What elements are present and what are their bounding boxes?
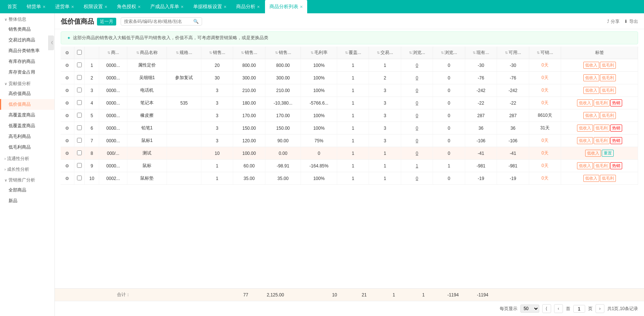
sidebar-item-all-products[interactable]: 全部商品 [0, 185, 54, 196]
close-icon[interactable]: ✕ [224, 5, 227, 9]
settings-cell[interactable]: ⚙ [61, 160, 74, 172]
row-checkbox-cell[interactable] [74, 109, 84, 122]
sidebar-group-overall[interactable]: ∨ 整体信息 [0, 13, 54, 24]
browse1-link[interactable]: 0 [416, 113, 418, 118]
row-checkbox[interactable] [77, 113, 82, 118]
row-browse1[interactable]: 0 [401, 84, 433, 97]
nav-sales-order[interactable]: 销货单 ✕ [22, 0, 50, 13]
close-icon[interactable]: ✕ [71, 5, 74, 9]
row-checkbox-cell[interactable] [74, 84, 84, 97]
sidebar-item-low-margin[interactable]: 低毛利商品 [0, 142, 54, 153]
col-browse2[interactable]: ⇅ 浏览... [433, 47, 465, 59]
col-checkbox[interactable] [74, 47, 84, 59]
col-sale3[interactable]: ⇅ 销售... [265, 47, 301, 59]
settings-cell[interactable]: ⚙ [61, 147, 74, 160]
sidebar-group-circulation[interactable]: › 流通性分析 [0, 153, 54, 163]
row-browse1[interactable]: 0 [401, 172, 433, 185]
sidebar-item-high-value[interactable]: 高价值商品 [0, 88, 54, 99]
row-browse1[interactable]: 0 [401, 135, 433, 147]
col-cover[interactable]: ⇅ 覆盖... [337, 47, 369, 59]
settings-cell[interactable]: ⚙ [61, 84, 74, 97]
settings-cell[interactable]: ⚙ [61, 172, 74, 185]
row-checkbox-cell[interactable] [74, 147, 84, 160]
settings-cell[interactable]: ⚙ [61, 59, 74, 72]
sidebar-item-low-value[interactable]: 低价值商品 [0, 99, 54, 110]
close-icon[interactable]: ✕ [138, 5, 141, 9]
sidebar-item-new-products[interactable]: 新品 [0, 196, 54, 206]
browse1-link[interactable]: 0 [416, 75, 418, 81]
browse1-link[interactable]: 1 [416, 163, 418, 169]
row-checkbox-cell[interactable] [74, 172, 84, 185]
row-checkbox[interactable] [77, 150, 82, 155]
col-code[interactable]: ⇅ 商... [99, 47, 127, 59]
close-icon[interactable]: ✕ [257, 5, 260, 9]
nav-template-settings[interactable]: 单据模板设置 ✕ [189, 0, 231, 13]
settings-cell[interactable]: ⚙ [61, 135, 74, 147]
col-current[interactable]: ⇅ 现有... [465, 47, 497, 59]
nav-home[interactable]: 首页 [3, 0, 21, 13]
next-page-button[interactable]: › [596, 304, 604, 313]
col-available[interactable]: ⇅ 可用... [497, 47, 529, 59]
col-trade[interactable]: ⇅ 交易... [369, 47, 401, 59]
browse1-link[interactable]: 0 [416, 88, 418, 93]
prev-page-button[interactable]: ‹ [554, 304, 563, 313]
sidebar-item-traded-products[interactable]: 交易过的商品 [0, 35, 54, 45]
row-browse1[interactable]: 0 [401, 122, 433, 135]
first-page-button[interactable]: ⟨ [542, 304, 551, 313]
browse1-link[interactable]: 0 [416, 138, 418, 143]
row-checkbox-cell[interactable] [74, 160, 84, 172]
nav-permission[interactable]: 权限设置 ✕ [79, 0, 112, 13]
settings-cell[interactable]: ⚙ [61, 97, 74, 109]
filter-tag-recent-month[interactable]: 近一月 [97, 18, 116, 26]
nav-product-warehouse[interactable]: 产成品入库单 ✕ [146, 0, 188, 13]
row-checkbox-cell[interactable] [74, 135, 84, 147]
row-browse1[interactable]: 0 [401, 109, 433, 122]
sidebar-item-high-coverage[interactable]: 高覆盖度商品 [0, 110, 54, 120]
sidebar-group-growth[interactable]: › 成长性分析 [0, 163, 54, 174]
row-checkbox-cell[interactable] [74, 97, 84, 109]
close-icon[interactable]: ✕ [181, 5, 184, 9]
close-icon[interactable]: ✕ [104, 5, 107, 9]
row-checkbox[interactable] [77, 163, 82, 168]
sidebar-item-high-margin[interactable]: 高毛利商品 [0, 131, 54, 142]
row-browse1[interactable]: 1 [401, 160, 433, 172]
sidebar-item-stock-capital[interactable]: 库存资金占用 [0, 67, 54, 78]
row-checkbox[interactable] [77, 125, 82, 130]
row-browse1[interactable]: 0 [401, 59, 433, 72]
nav-role-auth[interactable]: 角色授权 ✕ [113, 0, 145, 13]
col-spec[interactable]: ⇅ 规格... [167, 47, 201, 59]
sidebar-collapse-button[interactable]: 《 [48, 35, 54, 50]
row-checkbox-cell[interactable] [74, 72, 84, 84]
col-name[interactable]: ⇅ 商品名称 [127, 47, 167, 59]
browse1-link[interactable]: 0 [416, 126, 418, 131]
page-number-input[interactable] [573, 305, 585, 313]
col-browse1[interactable]: ⇅ 浏览... [401, 47, 433, 59]
row-checkbox[interactable] [77, 75, 82, 80]
close-icon[interactable]: ✕ [300, 5, 303, 9]
share-button[interactable]: ⤴ 分享 [607, 18, 620, 25]
row-browse1[interactable]: 0 [401, 147, 433, 160]
browse1-link[interactable]: 0 [416, 151, 418, 156]
browse1-link[interactable]: 0 [416, 101, 418, 106]
browse1-link[interactable]: 0 [416, 176, 418, 181]
sidebar-item-in-stock-products[interactable]: 有库存的商品 [0, 56, 54, 67]
nav-product-analysis[interactable]: 商品分析 ✕ [232, 0, 264, 13]
sidebar-item-low-coverage[interactable]: 低覆盖度商品 [0, 120, 54, 131]
row-checkbox[interactable] [77, 176, 82, 180]
settings-cell[interactable]: ⚙ [61, 122, 74, 135]
col-gross-rate[interactable]: ⇅ 毛利率 [301, 47, 337, 59]
settings-cell[interactable]: ⚙ [61, 109, 74, 122]
page-size-select[interactable]: 50 100 200 [520, 305, 539, 313]
sidebar-group-marketing[interactable]: ∨ 营销推广分析 [0, 174, 54, 185]
search-icon[interactable]: 🔍 [193, 19, 199, 24]
row-checkbox[interactable] [77, 62, 82, 67]
col-sale1[interactable]: ⇅ 销售... [201, 47, 233, 59]
row-checkbox[interactable] [77, 100, 82, 105]
search-input[interactable] [124, 19, 192, 24]
export-button[interactable]: ⬇ 导出 [624, 18, 638, 25]
sidebar-item-category-sales-rate[interactable]: 商品分类销售率 [0, 45, 54, 56]
select-all-checkbox[interactable] [77, 50, 82, 55]
row-checkbox[interactable] [77, 88, 82, 92]
nav-product-analysis-list[interactable]: 商品分析列表 ✕ [265, 0, 307, 13]
row-checkbox[interactable] [77, 138, 82, 143]
